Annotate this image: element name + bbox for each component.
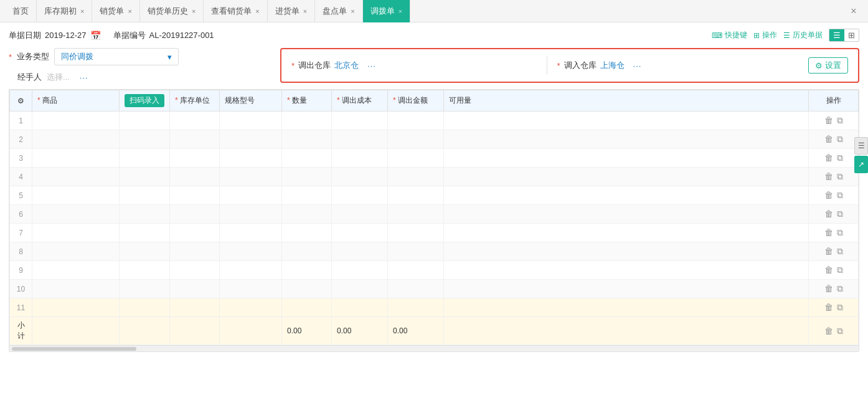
row-unit-7[interactable] [170,224,220,242]
row-cost-6[interactable] [332,205,388,224]
row-spec-6[interactable] [220,205,282,224]
row-qty-4[interactable] [282,168,332,186]
row-unit-10[interactable] [170,280,220,298]
delete-icon-9[interactable]: 🗑 [824,265,833,275]
row-qty-2[interactable] [282,130,332,149]
row-amount-9[interactable] [388,261,444,280]
row-spec-7[interactable] [220,224,282,242]
row-amount-10[interactable] [388,280,444,298]
row-cost-7[interactable] [332,224,388,242]
row-cost-5[interactable] [332,186,388,205]
row-qty-10[interactable] [282,280,332,298]
row-spec-4[interactable] [220,168,282,186]
shortcut-button[interactable]: ⌨ 快捷键 [712,30,747,40]
tab-sales-history-close[interactable]: × [192,7,196,15]
subtotal-copy-icon[interactable]: ⧉ [837,326,843,336]
row-spec-5[interactable] [220,186,282,205]
copy-icon-8[interactable]: ⧉ [837,246,843,257]
row-cost-11[interactable] [332,298,388,317]
row-qty-7[interactable] [282,224,332,242]
row-amount-7[interactable] [388,224,444,242]
row-product-9[interactable] [32,261,120,280]
row-spec-8[interactable] [220,242,282,261]
copy-icon-11[interactable]: ⧉ [837,302,843,313]
tab-stocktake-close[interactable]: × [351,7,354,15]
delete-icon-7[interactable]: 🗑 [824,227,833,238]
person-more-icon[interactable]: ··· [80,73,88,82]
row-cost-9[interactable] [332,261,388,280]
row-cost-10[interactable] [332,280,388,298]
calendar-icon[interactable]: 📅 [90,31,101,40]
delete-icon-10[interactable]: 🗑 [824,283,833,294]
row-unit-9[interactable] [170,261,220,280]
row-product-5[interactable] [32,186,120,205]
row-product-7[interactable] [32,224,120,242]
transfer-out-value[interactable]: 北京仓 [334,60,359,71]
copy-icon-10[interactable]: ⧉ [837,283,843,294]
row-spec-3[interactable] [220,149,282,168]
row-amount-5[interactable] [388,186,444,205]
row-spec-11[interactable] [220,298,282,317]
row-unit-11[interactable] [170,298,220,317]
row-unit-3[interactable] [170,149,220,168]
delete-icon-5[interactable]: 🗑 [824,190,833,201]
transfer-in-value[interactable]: 上海仓 [600,60,625,71]
row-unit-6[interactable] [170,205,220,224]
copy-icon-1[interactable]: ⧉ [837,115,843,126]
view-toggle-grid[interactable]: ⊞ [844,29,859,41]
copy-icon-9[interactable]: ⧉ [837,265,843,275]
transfer-out-more[interactable]: ··· [367,61,376,70]
row-qty-9[interactable] [282,261,332,280]
float-doc-button[interactable]: ☰ [854,137,868,155]
transfer-in-more[interactable]: ··· [633,61,642,70]
biz-type-select[interactable]: 同价调拨 ▾ [54,48,179,65]
tab-purchase[interactable]: 进货单 × [268,0,315,22]
copy-icon-5[interactable]: ⧉ [837,190,843,201]
row-product-2[interactable] [32,130,120,149]
row-product-6[interactable] [32,205,120,224]
col-header-gear[interactable]: ⚙ [10,90,32,112]
row-spec-10[interactable] [220,280,282,298]
tab-home[interactable]: 首页 [5,0,37,22]
copy-icon-3[interactable]: ⧉ [837,153,843,163]
row-qty-3[interactable] [282,149,332,168]
tab-inventory-init-close[interactable]: × [80,7,84,15]
row-amount-4[interactable] [388,168,444,186]
row-product-1[interactable] [32,112,120,130]
row-unit-4[interactable] [170,168,220,186]
person-select[interactable]: 选择... [47,72,70,83]
tab-stocktake[interactable]: 盘点单 × [315,0,362,22]
copy-icon-4[interactable]: ⧉ [837,171,843,182]
tab-sales-history[interactable]: 销货单历史 × [140,0,204,22]
row-product-8[interactable] [32,242,120,261]
row-spec-1[interactable] [220,112,282,130]
row-product-4[interactable] [32,168,120,186]
history-button[interactable]: ☰ 历史单据 [783,30,823,40]
row-qty-1[interactable] [282,112,332,130]
tab-sales[interactable]: 销货单 × [92,0,139,22]
copy-icon-6[interactable]: ⧉ [837,209,843,219]
row-cost-4[interactable] [332,168,388,186]
horizontal-scrollbar[interactable] [9,345,859,351]
tab-inventory-init[interactable]: 库存期初 × [37,0,92,22]
tab-transfer[interactable]: 调拨单 × [363,0,410,22]
row-spec-2[interactable] [220,130,282,149]
row-amount-6[interactable] [388,205,444,224]
delete-icon-3[interactable]: 🗑 [824,153,833,163]
row-cost-8[interactable] [332,242,388,261]
row-unit-2[interactable] [170,130,220,149]
row-unit-1[interactable] [170,112,220,130]
row-unit-5[interactable] [170,186,220,205]
window-close-button[interactable]: × [844,2,863,21]
copy-icon-7[interactable]: ⧉ [837,227,843,238]
tab-transfer-close[interactable]: × [399,7,402,15]
subtotal-delete-icon[interactable]: 🗑 [824,326,833,336]
row-qty-6[interactable] [282,205,332,224]
row-amount-8[interactable] [388,242,444,261]
tab-view-sales[interactable]: 查看销货单 × [204,0,267,22]
row-product-11[interactable] [32,298,120,317]
delete-icon-11[interactable]: 🗑 [824,302,833,313]
delete-icon-8[interactable]: 🗑 [824,246,833,257]
copy-icon-2[interactable]: ⧉ [837,134,843,145]
delete-icon-2[interactable]: 🗑 [824,134,833,145]
